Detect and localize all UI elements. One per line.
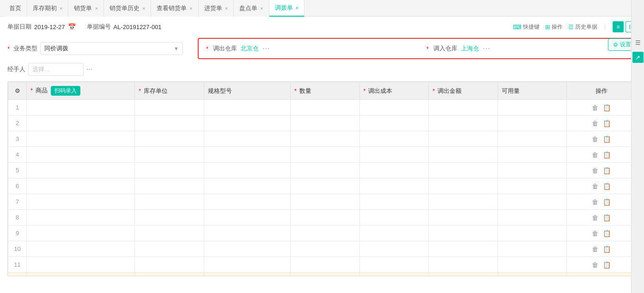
row-7-delete-icon[interactable]: 🗑 <box>592 198 598 206</box>
row-6-unit[interactable] <box>135 178 204 194</box>
row-9-copy-icon[interactable]: 📋 <box>603 230 611 237</box>
tab-inventory-count-close[interactable]: × <box>260 6 263 11</box>
tab-sales-order[interactable]: 销货单 × <box>68 0 103 17</box>
row-10-amount[interactable] <box>429 241 498 257</box>
list-view-btn[interactable]: ≡ <box>613 21 624 32</box>
row-1-delete-icon[interactable]: 🗑 <box>592 104 598 111</box>
row-6-available[interactable] <box>498 178 567 194</box>
row-10-unit[interactable] <box>135 241 204 257</box>
row-10-delete-icon[interactable]: 🗑 <box>592 245 598 253</box>
row-2-copy-icon[interactable]: 📋 <box>603 120 611 127</box>
row-9-cost[interactable] <box>359 226 429 241</box>
row-3-cost[interactable] <box>359 131 429 147</box>
tab-sales-history-close[interactable]: × <box>142 6 145 11</box>
row-1-unit[interactable] <box>135 100 204 116</box>
row-1-product[interactable] <box>27 100 135 116</box>
row-8-available[interactable] <box>498 210 567 226</box>
row-3-spec[interactable] <box>204 131 290 147</box>
row-9-product[interactable] <box>27 226 135 241</box>
handler-select[interactable]: 选择... <box>28 63 84 76</box>
row-2-unit[interactable] <box>135 116 204 131</box>
tab-view-sales[interactable]: 查看销货单 × <box>151 0 198 17</box>
row-10-copy-icon[interactable]: 📋 <box>603 245 611 253</box>
row-8-spec[interactable] <box>204 210 290 226</box>
row-11-delete-icon[interactable]: 🗑 <box>592 261 598 269</box>
row-9-qty[interactable] <box>290 226 359 241</box>
row-3-delete-icon[interactable]: 🗑 <box>592 135 598 143</box>
row-1-copy-icon[interactable]: 📋 <box>603 104 611 111</box>
tab-inventory-count[interactable]: 盘点单 × <box>234 0 269 17</box>
row-7-product[interactable] <box>27 194 135 210</box>
row-10-cost[interactable] <box>359 241 429 257</box>
row-8-qty[interactable] <box>290 210 359 226</box>
row-9-unit[interactable] <box>135 226 204 241</box>
row-9-available[interactable] <box>498 226 567 241</box>
row-1-available[interactable] <box>498 100 567 116</box>
row-8-unit[interactable] <box>135 210 204 226</box>
row-11-cost[interactable] <box>359 257 429 273</box>
tab-home[interactable]: 首页 <box>4 0 27 17</box>
row-5-amount[interactable] <box>429 163 498 178</box>
row-2-product[interactable] <box>27 116 135 131</box>
row-4-delete-icon[interactable]: 🗑 <box>592 151 598 159</box>
row-10-product[interactable] <box>27 241 135 257</box>
row-8-amount[interactable] <box>429 210 498 226</box>
row-11-spec[interactable] <box>204 257 290 273</box>
row-1-qty[interactable] <box>290 100 359 116</box>
row-9-spec[interactable] <box>204 226 290 241</box>
row-7-copy-icon[interactable]: 📋 <box>603 198 611 206</box>
tab-sales-order-close[interactable]: × <box>95 6 97 11</box>
row-6-product[interactable] <box>27 178 135 194</box>
row-8-product[interactable] <box>27 210 135 226</box>
row-8-delete-icon[interactable]: 🗑 <box>592 214 598 221</box>
history-btn[interactable]: ☰ 历史单据 <box>568 23 597 31</box>
row-7-qty[interactable] <box>290 194 359 210</box>
row-3-unit[interactable] <box>135 131 204 147</box>
row-7-amount[interactable] <box>429 194 498 210</box>
row-8-copy-icon[interactable]: 📋 <box>603 214 611 221</box>
th-settings[interactable]: ⚙ <box>8 82 27 100</box>
tab-inventory-init-close[interactable]: × <box>60 6 62 11</box>
row-5-qty[interactable] <box>290 163 359 178</box>
row-11-qty[interactable] <box>290 257 359 273</box>
row-4-available[interactable] <box>498 147 567 163</box>
scan-btn[interactable]: 扫码录入 <box>51 86 80 96</box>
row-10-qty[interactable] <box>290 241 359 257</box>
row-6-delete-icon[interactable]: 🗑 <box>592 183 598 190</box>
row-5-unit[interactable] <box>135 163 204 178</box>
row-7-available[interactable] <box>498 194 567 210</box>
row-3-amount[interactable] <box>429 131 498 147</box>
table-scroll[interactable]: ⚙ * 商品 扫码录入 * 库存单位 规格型号 <box>8 82 636 276</box>
tab-purchase-close[interactable]: × <box>225 6 228 11</box>
handler-more-icon[interactable]: ··· <box>86 65 92 73</box>
row-6-cost[interactable] <box>359 178 429 194</box>
shortcuts-btn[interactable]: ⌨ 快捷键 <box>513 23 540 31</box>
row-11-available[interactable] <box>498 257 567 273</box>
row-6-amount[interactable] <box>429 178 498 194</box>
row-4-qty[interactable] <box>290 147 359 163</box>
calendar-icon[interactable]: 📅 <box>68 23 76 31</box>
tab-transfer[interactable]: 调拨单 × <box>269 0 304 17</box>
row-3-qty[interactable] <box>290 131 359 147</box>
business-type-select[interactable]: 同价调拨 ▼ <box>40 42 183 55</box>
row-5-copy-icon[interactable]: 📋 <box>603 167 611 174</box>
row-6-spec[interactable] <box>204 178 290 194</box>
row-2-available[interactable] <box>498 116 567 131</box>
row-4-copy-icon[interactable]: 📋 <box>603 151 611 159</box>
row-3-product[interactable] <box>27 131 135 147</box>
sidebar-export-icon[interactable]: ↗ <box>632 52 644 63</box>
row-3-available[interactable] <box>498 131 567 147</box>
in-warehouse-value[interactable]: 上海仓 <box>461 44 479 53</box>
row-3-copy-icon[interactable]: 📋 <box>603 135 611 143</box>
out-warehouse-more-icon[interactable]: ··· <box>262 44 270 53</box>
row-2-amount[interactable] <box>429 116 498 131</box>
row-6-copy-icon[interactable]: 📋 <box>603 183 611 190</box>
row-10-spec[interactable] <box>204 241 290 257</box>
row-11-amount[interactable] <box>429 257 498 273</box>
row-9-delete-icon[interactable]: 🗑 <box>592 230 598 237</box>
row-4-unit[interactable] <box>135 147 204 163</box>
row-8-cost[interactable] <box>359 210 429 226</box>
row-6-qty[interactable] <box>290 178 359 194</box>
row-11-copy-icon[interactable]: 📋 <box>603 261 611 269</box>
row-7-cost[interactable] <box>359 194 429 210</box>
